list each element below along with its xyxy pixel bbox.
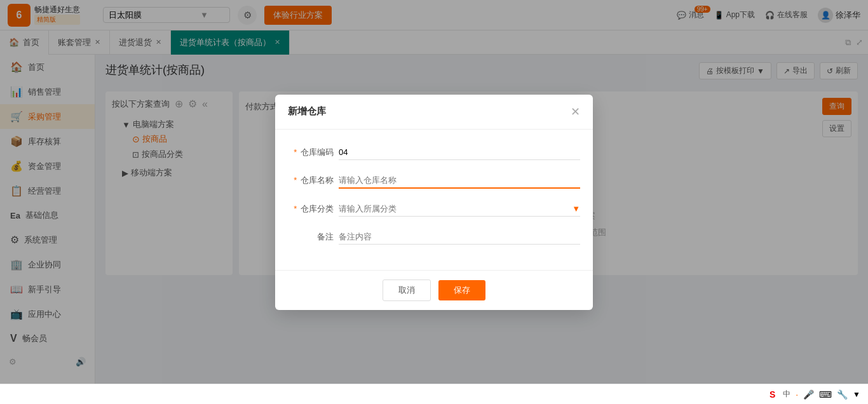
cancel-button[interactable]: 取消 [383, 279, 431, 301]
bottom-bar: S 中 · 🎤 ⌨ 🔧 ▼ [0, 384, 868, 404]
modal-overlay: 新增仓库 ✕ * 仓库编码 * 仓库名称 [0, 0, 868, 404]
add-warehouse-modal: 新增仓库 ✕ * 仓库编码 * 仓库名称 [275, 95, 593, 310]
modal-header: 新增仓库 ✕ [275, 95, 593, 130]
down-arrow-icon[interactable]: ▼ [853, 390, 860, 399]
code-label: * 仓库编码 [288, 147, 339, 158]
toolbar-icon[interactable]: 🔧 [837, 389, 848, 400]
form-row-note: 备注 [288, 229, 580, 245]
sougou-logo: S [770, 389, 775, 400]
code-input[interactable] [339, 145, 580, 160]
chinese-input-label[interactable]: 中 [783, 389, 790, 400]
name-input[interactable] [339, 173, 580, 189]
save-button[interactable]: 保存 [438, 280, 485, 300]
category-label: * 仓库分类 [288, 203, 339, 215]
category-dropdown-icon[interactable]: ▼ [572, 204, 580, 213]
category-select-wrap[interactable]: ▼ [339, 201, 580, 217]
note-input[interactable] [339, 229, 580, 245]
note-label: 备注 [288, 231, 339, 243]
modal-footer: 取消 保存 [275, 270, 593, 310]
modal-body: * 仓库编码 * 仓库名称 * 仓库分类 [275, 130, 593, 270]
form-row-name: * 仓库名称 [288, 173, 580, 189]
modal-close-button[interactable]: ✕ [571, 105, 580, 119]
keyboard-icon[interactable]: ⌨ [819, 389, 832, 400]
form-row-category: * 仓库分类 ▼ [288, 201, 580, 217]
modal-title: 新增仓库 [288, 105, 326, 118]
form-row-code: * 仓库编码 [288, 145, 580, 160]
dot-icon[interactable]: · [796, 389, 798, 400]
name-label: * 仓库名称 [288, 175, 339, 186]
category-input[interactable] [339, 204, 572, 213]
mic-icon[interactable]: 🎤 [803, 389, 814, 400]
